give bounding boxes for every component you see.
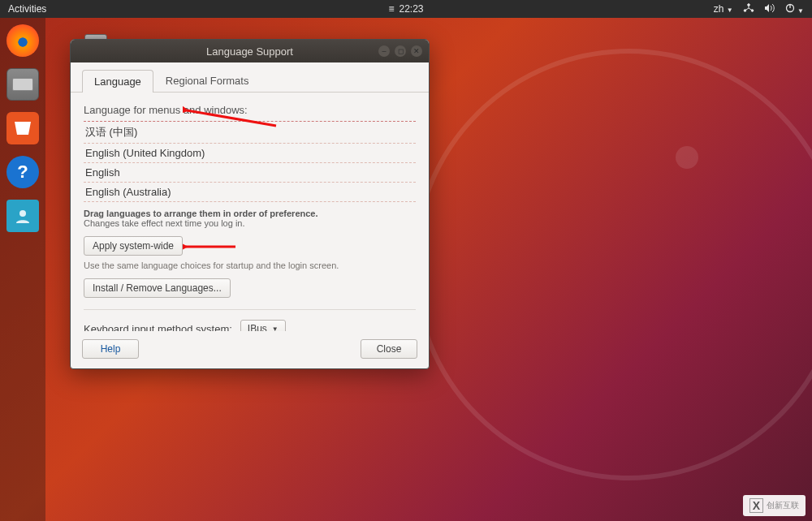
language-list[interactable]: 汉语 (中国) English (United Kingdom) English… xyxy=(84,121,416,202)
apply-system-wide-button[interactable]: Apply system-wide xyxy=(84,236,183,256)
close-icon[interactable]: ✕ xyxy=(411,45,422,57)
svg-point-5 xyxy=(19,210,26,217)
close-button[interactable]: Close xyxy=(361,339,417,359)
language-support-window: Language Support – ◻ ✕ Language Regional… xyxy=(70,39,430,369)
apply-sub-label: Use the same language choices for startu… xyxy=(84,260,416,270)
maximize-icon[interactable]: ◻ xyxy=(395,45,406,57)
chevron-down-icon: ▼ xyxy=(272,325,279,332)
time-text: 22:23 xyxy=(399,3,423,15)
files-icon[interactable] xyxy=(6,68,39,101)
dock: ? xyxy=(0,18,45,521)
software-center-icon[interactable] xyxy=(6,112,39,144)
window-title: Language Support xyxy=(206,45,293,58)
input-method-select[interactable]: IBus ▼ xyxy=(240,320,286,331)
list-item[interactable]: English (United Kingdom) xyxy=(84,144,416,163)
top-bar: Activities ≡ 22:23 zh ▼ ▼ xyxy=(0,0,812,18)
activities-button[interactable]: Activities xyxy=(8,3,46,15)
watermark: X创新互联 xyxy=(743,495,806,516)
accounts-icon[interactable] xyxy=(6,200,39,232)
power-menu[interactable]: ▼ xyxy=(785,3,804,15)
tab-bar: Language Regional Formats xyxy=(71,62,429,93)
menus-windows-label: Language for menus and windows: xyxy=(84,104,416,116)
drag-hint: Drag languages to arrange them in order … xyxy=(84,209,416,228)
desktop: Activities ≡ 22:23 zh ▼ ▼ ? xyxy=(0,0,812,521)
network-icon[interactable] xyxy=(743,3,754,15)
tab-language[interactable]: Language xyxy=(82,70,153,93)
input-method-indicator[interactable]: zh ▼ xyxy=(714,3,733,15)
minimize-icon[interactable]: – xyxy=(378,45,390,57)
list-item[interactable]: English (Australia) xyxy=(84,183,416,202)
keyboard-input-label: Keyboard input method system: xyxy=(84,323,232,332)
volume-icon[interactable] xyxy=(764,3,775,15)
list-item[interactable]: English xyxy=(84,163,416,183)
tab-regional-formats[interactable]: Regional Formats xyxy=(153,69,261,92)
install-remove-languages-button[interactable]: Install / Remove Languages... xyxy=(84,278,231,298)
help-button[interactable]: Help xyxy=(82,339,139,359)
firefox-icon[interactable] xyxy=(6,24,39,57)
list-item[interactable]: 汉语 (中国) xyxy=(84,122,416,144)
divider xyxy=(84,309,416,310)
help-icon[interactable]: ? xyxy=(6,156,39,188)
titlebar[interactable]: Language Support – ◻ ✕ xyxy=(71,40,429,62)
menu-icon: ≡ xyxy=(388,3,394,15)
clock[interactable]: ≡ 22:23 xyxy=(388,3,423,15)
svg-point-0 xyxy=(747,3,749,6)
